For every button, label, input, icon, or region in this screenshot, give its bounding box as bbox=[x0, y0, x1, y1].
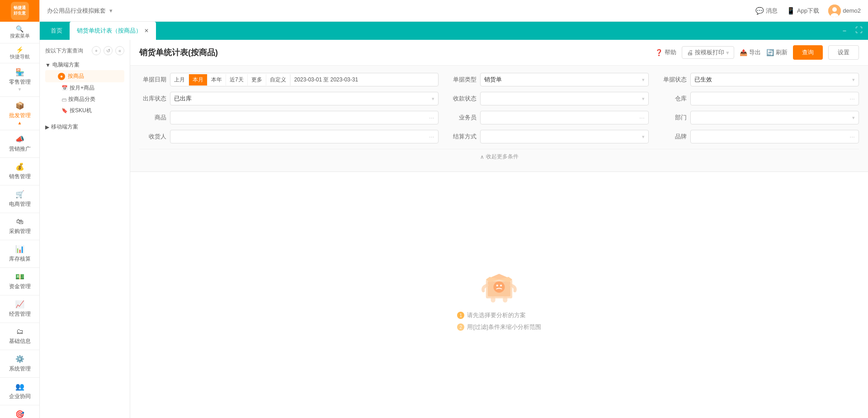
right-panel: 销货单统计表(按商品) ❓ 帮助 🖨 按模板打印 ▾ 📤 导出 bbox=[130, 40, 868, 418]
sidebar-item-marketing[interactable]: 📣 营销推广 bbox=[0, 130, 39, 158]
doc-status-filter-item: 单据状态 已生效 ▾ bbox=[660, 73, 859, 86]
scheme-by-sku[interactable]: 🔖 按SKU机 bbox=[45, 105, 124, 116]
refresh-btn[interactable]: 🔄 刷新 bbox=[766, 48, 788, 57]
salesperson-select[interactable]: ··· bbox=[480, 111, 649, 124]
sidebar-item-guide[interactable]: 🎯 新手引导 bbox=[0, 405, 39, 418]
empty-illustration bbox=[476, 259, 522, 304]
sidebar-item-sales[interactable]: 💰 销售管理 bbox=[0, 158, 39, 185]
user-name: demo2 bbox=[843, 7, 861, 14]
brand-filter-item: 品牌 ··· bbox=[660, 130, 859, 143]
sidebar-item-inventory[interactable]: 📊 库存核算 bbox=[0, 240, 39, 268]
add-scheme-btn[interactable]: + bbox=[92, 46, 101, 55]
brand-label: 品牌 bbox=[660, 133, 687, 141]
sidebar-item-retail[interactable]: 🏪 零售管理 ▼ bbox=[0, 63, 39, 97]
page-actions: ❓ 帮助 🖨 按模板打印 ▾ 📤 导出 🔄 刷新 bbox=[655, 45, 859, 60]
pc-group-title[interactable]: ▼ 电脑端方案 bbox=[45, 60, 124, 70]
date-custom-btn[interactable]: 自定义 bbox=[266, 74, 290, 86]
date-filter-item: 单据日期 上月 本月 本年 近7天 更多 自定义 2023-03-01 至 20… bbox=[139, 73, 439, 86]
date-last-month-btn[interactable]: 上月 bbox=[170, 74, 189, 86]
print-arrow-icon: ▾ bbox=[726, 49, 729, 56]
svg-point-7 bbox=[500, 285, 502, 286]
payment-status-select[interactable]: ▾ bbox=[480, 92, 649, 105]
svg-rect-8 bbox=[491, 296, 495, 302]
payment-status-label: 收款状态 bbox=[449, 95, 476, 103]
dots-icon: ··· bbox=[849, 95, 855, 102]
marketing-icon: 📣 bbox=[15, 135, 24, 143]
collapse-btn[interactable]: ∧ 收起更多条件 bbox=[139, 149, 859, 164]
refresh-scheme-btn[interactable]: ↺ bbox=[104, 46, 113, 55]
minimize-icon[interactable]: － bbox=[839, 24, 850, 38]
department-label: 部门 bbox=[660, 114, 687, 122]
department-select[interactable]: ▾ bbox=[690, 111, 859, 124]
app-logo: 畅捷通 好生意 bbox=[0, 0, 39, 22]
doc-status-select[interactable]: 已生效 ▾ bbox=[690, 73, 859, 86]
print-icon: 🖨 bbox=[687, 49, 693, 56]
doc-status-label: 单据状态 bbox=[660, 76, 687, 84]
sidebar-item-enterprise[interactable]: 👥 企业协同 bbox=[0, 378, 39, 405]
tab-home[interactable]: 首页 bbox=[43, 22, 70, 40]
date-7days-btn[interactable]: 近7天 bbox=[226, 74, 248, 86]
filter-row-2: 出库状态 已出库 ▾ 收款状态 ▾ bbox=[139, 92, 859, 105]
sidebar-item-operations[interactable]: 📈 经营管理 bbox=[0, 295, 39, 323]
tab-close-icon[interactable]: ✕ bbox=[144, 28, 149, 34]
export-btn[interactable]: 📤 导出 bbox=[740, 48, 761, 57]
avatar bbox=[828, 5, 841, 17]
out-status-label: 出库状态 bbox=[139, 95, 166, 103]
recipient-select[interactable]: ··· bbox=[170, 130, 439, 143]
logo-image: 畅捷通 好生意 bbox=[11, 2, 29, 20]
help-icon: ❓ bbox=[655, 49, 663, 56]
mobile-group-title[interactable]: ▶ 移动端方案 bbox=[45, 122, 124, 132]
user-profile[interactable]: demo2 bbox=[828, 5, 861, 17]
dropdown-arrow[interactable]: ▾ bbox=[109, 7, 113, 14]
sidebar-item-finance[interactable]: 💵 资金管理 bbox=[0, 268, 39, 295]
scheme-by-category[interactable]: 🗃 按商品分类 bbox=[45, 94, 124, 105]
export-icon: 📤 bbox=[740, 49, 747, 56]
department-filter-item: 部门 ▾ bbox=[660, 111, 859, 124]
date-more-btn[interactable]: 更多 bbox=[248, 74, 266, 86]
sidebar-item-basic[interactable]: 🗂 基础信息 bbox=[0, 323, 39, 350]
tip-num-1: 1 bbox=[457, 312, 464, 319]
finance-icon: 💵 bbox=[15, 272, 24, 281]
sidebar: 畅捷通 好生意 🔍 搜索菜单 ⚡ 快捷导航 🏪 零售管理 ▼ 📦 批发管理 ▲ … bbox=[0, 0, 40, 418]
doc-type-select[interactable]: 销货单 ▾ bbox=[480, 73, 649, 86]
sidebar-item-purchase[interactable]: 🛍 采购管理 bbox=[0, 213, 39, 240]
app-download-btn[interactable]: 📱 App下载 bbox=[787, 7, 819, 15]
header-left: 办公用品行业模拟账套 ▾ bbox=[47, 7, 113, 15]
settlement-select[interactable]: ▾ bbox=[480, 130, 649, 143]
tab-sales-stat[interactable]: 销货单统计表（按商品） ✕ bbox=[70, 22, 156, 40]
warehouse-label: 仓库 bbox=[660, 95, 687, 103]
scheme-by-product[interactable]: ● 按商品 bbox=[45, 70, 124, 82]
settlement-chevron-icon: ▾ bbox=[642, 134, 645, 140]
out-status-select[interactable]: 已出库 ▾ bbox=[170, 92, 439, 105]
svg-rect-9 bbox=[503, 296, 507, 302]
guide-icon: 🎯 bbox=[15, 410, 24, 418]
sidebar-item-system[interactable]: ⚙️ 系统管理 bbox=[0, 350, 39, 378]
sidebar-item-wholesale[interactable]: 📦 批发管理 ▲ bbox=[0, 97, 39, 130]
settings-btn[interactable]: 设置 bbox=[828, 45, 859, 60]
scheme-active-icon: ● bbox=[58, 73, 65, 80]
main-area: 办公用品行业模拟账套 ▾ 💬 消息 📱 App下载 de bbox=[40, 0, 868, 418]
sidebar-item-ecommerce[interactable]: 🛒 电商管理 bbox=[0, 185, 39, 213]
product-select[interactable]: ··· bbox=[170, 111, 439, 124]
print-btn[interactable]: 🖨 按模板打印 ▾ bbox=[682, 46, 734, 59]
message-btn[interactable]: 💬 消息 bbox=[755, 7, 778, 15]
recipient-dots-icon: ··· bbox=[429, 133, 434, 140]
help-btn[interactable]: ❓ 帮助 bbox=[655, 48, 676, 57]
top-header: 办公用品行业模拟账套 ▾ 💬 消息 📱 App下载 de bbox=[40, 0, 868, 22]
tab-bar: 首页 销货单统计表（按商品） ✕ － ⛶ bbox=[40, 22, 868, 40]
warehouse-select[interactable]: ··· bbox=[690, 92, 859, 105]
collapse-panel-btn[interactable]: « bbox=[115, 46, 124, 55]
scheme-by-month-product[interactable]: 📅 按月+商品 bbox=[45, 82, 124, 94]
quick-nav[interactable]: ⚡ 快捷导航 bbox=[0, 43, 39, 63]
date-filter: 上月 本月 本年 近7天 更多 自定义 2023-03-01 至 2023-03… bbox=[170, 73, 439, 86]
date-this-year-btn[interactable]: 本年 bbox=[208, 74, 226, 86]
brand-select[interactable]: ··· bbox=[690, 130, 859, 143]
search-menu[interactable]: 🔍 搜索菜单 bbox=[0, 22, 39, 43]
query-btn[interactable]: 查询 bbox=[793, 45, 823, 60]
system-icon: ⚙️ bbox=[15, 355, 24, 363]
date-this-month-btn[interactable]: 本月 bbox=[189, 74, 208, 86]
settlement-filter-item: 结算方式 ▾ bbox=[449, 130, 649, 143]
out-status-filter-item: 出库状态 已出库 ▾ bbox=[139, 92, 439, 105]
maximize-icon[interactable]: ⛶ bbox=[854, 24, 864, 38]
page-content: 按以下方案查询 + ↺ « ▼ 电脑端方案 ● 按商品 📅 bbox=[40, 40, 868, 418]
